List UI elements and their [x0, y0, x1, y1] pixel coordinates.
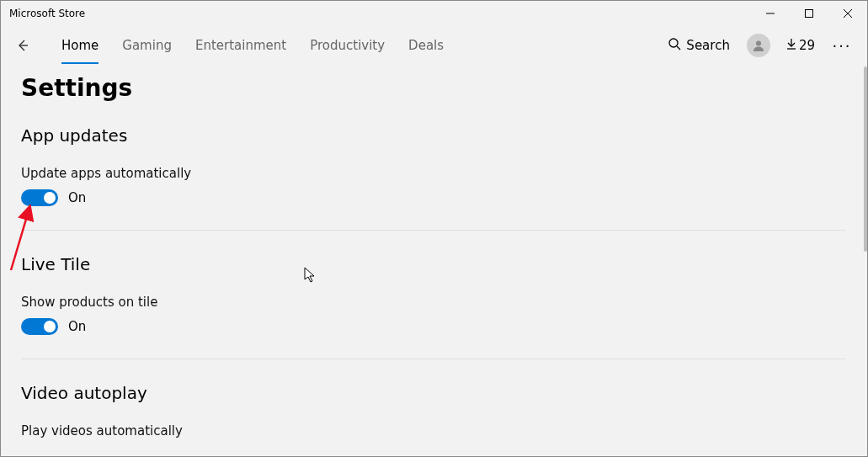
toggle-state-label: On: [68, 190, 86, 205]
toggle-show-products[interactable]: [21, 318, 58, 335]
setting-label-update-apps: Update apps automatically: [21, 166, 845, 181]
tab-label: Deals: [408, 38, 444, 53]
tab-gaming[interactable]: Gaming: [110, 25, 184, 66]
window-title: Microsoft Store: [1, 8, 85, 19]
page-title: Settings: [21, 74, 845, 102]
scrollbar-thumb[interactable]: [864, 66, 867, 252]
maximize-button[interactable]: [790, 1, 828, 25]
toggle-state-label: On: [68, 319, 86, 334]
section-divider: [21, 230, 845, 231]
close-button[interactable]: [828, 1, 867, 25]
search-icon: [668, 37, 681, 54]
nav-tabs: Home Gaming Entertainment Productivity D…: [50, 25, 455, 66]
tab-home[interactable]: Home: [50, 25, 110, 66]
minimize-button[interactable]: [751, 1, 790, 25]
svg-rect-1: [806, 9, 813, 17]
search-label: Search: [686, 38, 730, 53]
setting-row: On: [21, 318, 845, 335]
back-button[interactable]: [6, 29, 40, 62]
downloads-button[interactable]: 29: [780, 35, 820, 56]
setting-row: On: [21, 189, 845, 206]
section-divider: [21, 359, 845, 359]
toggle-update-apps[interactable]: [21, 189, 58, 206]
setting-label-show-products: Show products on tile: [21, 295, 845, 310]
search-button[interactable]: Search: [661, 34, 737, 57]
more-icon: ···: [832, 37, 851, 55]
toggle-knob: [44, 321, 56, 332]
setting-label-play-videos: Play videos automatically: [21, 423, 845, 438]
section-title-video-autoplay: Video autoplay: [21, 383, 845, 403]
downloads-count: 29: [799, 38, 815, 53]
section-title-app-updates: App updates: [21, 125, 845, 146]
toggle-knob: [44, 192, 56, 204]
tab-label: Productivity: [310, 38, 385, 53]
svg-point-7: [756, 41, 761, 46]
top-nav: Home Gaming Entertainment Productivity D…: [1, 25, 867, 66]
window-titlebar: Microsoft Store: [1, 1, 867, 25]
tab-label: Gaming: [122, 38, 172, 53]
more-button[interactable]: ···: [825, 29, 859, 62]
tab-deals[interactable]: Deals: [397, 25, 455, 66]
tab-label: Home: [61, 38, 99, 53]
tab-productivity[interactable]: Productivity: [298, 25, 397, 66]
section-title-live-tile: Live Tile: [21, 254, 845, 274]
tab-entertainment[interactable]: Entertainment: [184, 25, 298, 66]
download-icon: [785, 38, 797, 53]
svg-line-6: [677, 46, 680, 50]
settings-content: Settings App updates Update apps automat…: [1, 66, 865, 456]
person-icon: [751, 38, 766, 53]
account-button[interactable]: [747, 34, 770, 57]
svg-point-5: [669, 39, 678, 47]
tab-label: Entertainment: [195, 38, 286, 53]
